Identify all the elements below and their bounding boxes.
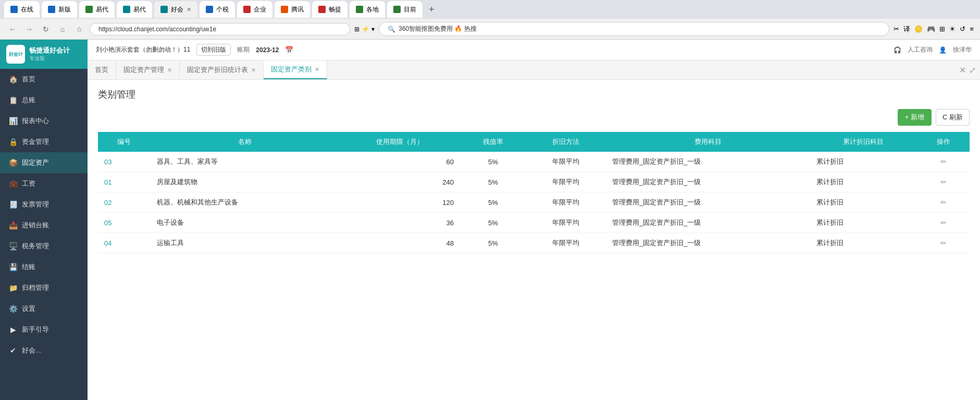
sidebar-item-settings[interactable]: ⚙️ 设置	[0, 298, 88, 319]
row0-code[interactable]: 03	[98, 152, 151, 172]
col-method: 折旧方法	[526, 132, 606, 152]
sidebar-item-reports[interactable]: 📊 报表中心	[0, 111, 88, 131]
tab-depreciation-label: 固定资产折旧统计表	[187, 65, 248, 75]
browser-tab-4[interactable]: 好会 ✕	[154, 1, 197, 18]
tab-favicon-10	[393, 6, 401, 13]
col-name: 名称	[151, 132, 340, 152]
game-icon[interactable]: 🎮	[927, 25, 935, 33]
sidebar-item-invoice[interactable]: 🧾 发票管理	[0, 194, 88, 215]
tab-favicon-1	[48, 6, 55, 13]
browser-tab-3[interactable]: 易代	[117, 1, 152, 18]
app-layout: 好会计 畅捷通好会计 专业版 🏠 首页 📋 总账 📊 报表中心 🔒 资金管理 📦…	[0, 40, 980, 400]
page-tab-fixed-mgmt[interactable]: 固定资产管理 ✕	[116, 61, 180, 79]
browser-tab-close-4[interactable]: ✕	[187, 6, 191, 13]
edit-icon-1[interactable]: ✏	[940, 178, 947, 186]
reload-btn[interactable]: ↻	[40, 23, 52, 35]
sidebar-item-fixed-assets[interactable]: 📦 固定资产	[0, 152, 88, 173]
row2-name: 机器、机械和其他生产设备	[151, 192, 340, 213]
sidebar-item-ledger[interactable]: 📋 总账	[0, 90, 88, 111]
tab-label-10: 目前	[404, 5, 416, 14]
row4-edit[interactable]: ✏	[917, 233, 970, 253]
browser-tab-10[interactable]: 目前	[387, 1, 423, 18]
add-category-btn[interactable]: + 新增	[898, 109, 932, 126]
row0-method: 年限平均	[526, 152, 606, 172]
layout-icon[interactable]: ⊞	[939, 25, 945, 33]
page-tabs-bar: 首页 固定资产管理 ✕ 固定资产折旧统计表 ✕ 固定资产类别 ✕ ✕ ⤢	[88, 60, 980, 80]
sidebar-item-home[interactable]: 🏠 首页	[0, 69, 88, 90]
row3-code[interactable]: 05	[98, 213, 151, 233]
sidebar-label-archive: 归档管理	[22, 283, 49, 293]
page-tab-home[interactable]: 首页	[88, 61, 116, 79]
coin-icon[interactable]: 🪙	[914, 25, 923, 33]
row0-edit[interactable]: ✏	[917, 152, 970, 172]
search-bar[interactable]: 🔍 360智能抠图免费用 🔥 热搜	[379, 22, 889, 36]
edit-icon-4[interactable]: ✏	[940, 239, 947, 247]
sidebar-item-guide[interactable]: ▶ 新手引导	[0, 319, 88, 340]
translate-icon[interactable]: 译	[903, 25, 910, 34]
tax-icon: 🖥️	[8, 241, 18, 251]
row1-code[interactable]: 01	[98, 172, 151, 192]
home-icon: 🏠	[8, 75, 18, 84]
row3-name: 电子设备	[151, 213, 340, 233]
page-tab-close-3[interactable]: ✕	[315, 66, 319, 73]
action-bar: + 新增 C 刷新	[98, 109, 970, 126]
sidebar-item-inventory[interactable]: 📥 进销台账	[0, 215, 88, 236]
row2-code[interactable]: 02	[98, 192, 151, 213]
refresh-btn[interactable]: C 刷新	[936, 109, 970, 126]
tab-favicon-2	[85, 6, 93, 13]
browser-tabs-bar: 在线 新版 易代 易代 好会 ✕ 个税 企业 腾讯 畅提 各地 目前 +	[0, 0, 980, 19]
edit-icon-0[interactable]: ✏	[940, 157, 947, 166]
sidebar-item-archive[interactable]: 📁 归档管理	[0, 277, 88, 298]
tab-category-label: 固定资产类别	[271, 65, 312, 74]
undo-icon[interactable]: ↺	[960, 25, 965, 33]
table-header: 编号 名称 使用期限（月） 残值率 折旧方法 费用科目 累计折旧科目 操作	[98, 132, 970, 152]
browser-tab-5[interactable]: 个税	[200, 1, 235, 18]
browser-tab-1[interactable]: 新版	[42, 1, 77, 18]
bookmark-btn[interactable]: ☆	[73, 23, 85, 35]
top-bar: 刘小艳演示套套（勿删勿动！）11 切到旧版 账期 2023-12 📅 🎧 人工咨…	[88, 40, 980, 60]
page-tab-close-2[interactable]: ✕	[251, 67, 256, 74]
forward-btn[interactable]: →	[23, 23, 35, 35]
browser-tab-7[interactable]: 腾讯	[275, 1, 310, 18]
scissors-icon[interactable]: ✂	[894, 25, 899, 33]
tab-label-3: 易代	[133, 5, 146, 14]
sidebar-app-subtitle: 专业版	[29, 55, 70, 62]
row4-expense: 管理费用_固定资产折旧_一级	[606, 233, 810, 253]
sidebar-item-tax[interactable]: 🖥️ 税务管理	[0, 236, 88, 257]
browser-tab-0[interactable]: 在线	[4, 1, 40, 18]
row4-code[interactable]: 04	[98, 233, 151, 253]
menu-icon[interactable]: ≡	[970, 25, 974, 33]
back-btn[interactable]: ←	[6, 23, 19, 35]
new-tab-btn[interactable]: +	[429, 4, 435, 15]
edit-icon-2[interactable]: ✏	[940, 198, 947, 207]
browser-tab-6[interactable]: 企业	[237, 1, 272, 18]
sun-icon[interactable]: ☀	[949, 25, 956, 33]
edit-icon-3[interactable]: ✏	[940, 219, 947, 227]
row3-residual: 5%	[460, 213, 526, 233]
tab-expand-icon[interactable]: ⤢	[969, 65, 976, 75]
sidebar-item-misc[interactable]: ✔ 好会...	[0, 340, 88, 361]
page-tab-category[interactable]: 固定资产类别 ✕	[264, 60, 327, 79]
row2-edit[interactable]: ✏	[917, 192, 970, 213]
tab-label-5: 个税	[216, 5, 229, 14]
switch-version-btn[interactable]: 切到旧版	[196, 44, 231, 56]
sidebar-item-capital[interactable]: 🔒 资金管理	[0, 131, 88, 152]
tab-close-all-icon[interactable]: ✕	[959, 65, 966, 75]
browser-tab-8[interactable]: 畅提	[312, 1, 348, 18]
sidebar: 好会计 畅捷通好会计 专业版 🏠 首页 📋 总账 📊 报表中心 🔒 资金管理 📦…	[0, 40, 88, 400]
browser-tab-2[interactable]: 易代	[79, 1, 115, 18]
consultant-label[interactable]: 人工咨询	[908, 45, 933, 54]
sidebar-label-home: 首页	[22, 75, 35, 84]
url-input[interactable]: https://cloud.chanjet.com/accounting/uw1…	[90, 23, 350, 35]
home-btn[interactable]: ⌂	[56, 23, 69, 35]
browser-tab-9[interactable]: 各地	[350, 1, 385, 18]
row1-edit[interactable]: ✏	[917, 172, 970, 192]
page-tab-close-1[interactable]: ✕	[167, 67, 172, 74]
chevron-down-icon[interactable]: ▾	[371, 26, 375, 33]
sidebar-item-payroll[interactable]: 💼 工资	[0, 173, 88, 194]
sidebar-item-closing[interactable]: 💾 结账	[0, 257, 88, 277]
calendar-icon[interactable]: 📅	[285, 46, 293, 54]
row3-edit[interactable]: ✏	[917, 213, 970, 233]
table-row: 05 电子设备 36 5% 年限平均 管理费用_固定资产折旧_一级 累计折旧 ✏	[98, 213, 970, 233]
page-tab-depreciation[interactable]: 固定资产折旧统计表 ✕	[180, 61, 264, 79]
